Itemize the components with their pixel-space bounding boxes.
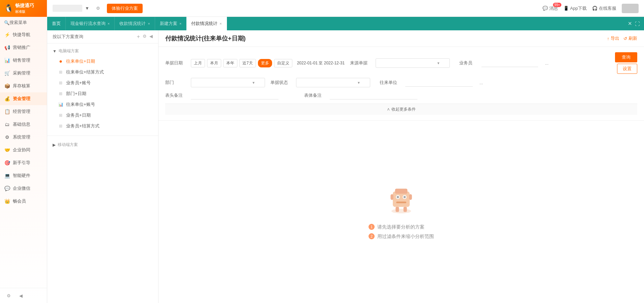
- scheme-settings-btn[interactable]: ⚙: [143, 34, 147, 40]
- page-title-bar: 付款情况统计(往来单位+日期) ↑ 导出 ↺ 刷新: [158, 30, 644, 47]
- tab-payment-stats[interactable]: 付款情况统计 ×: [186, 17, 227, 30]
- sidebar-bottom: ⚙ ◀: [0, 288, 47, 303]
- header-note-input[interactable]: [191, 91, 279, 99]
- sidebar-item-hardware[interactable]: 💻 智能硬件: [0, 169, 47, 182]
- doc-status-select[interactable]: ▼: [296, 78, 370, 87]
- scheme-item-dept-date[interactable]: ⊞ 部门+日期: [47, 88, 158, 99]
- more-btn[interactable]: 更多: [258, 59, 272, 67]
- dropdown-arrow[interactable]: ▼: [85, 6, 89, 11]
- scheme-chart-icon: 📊: [58, 102, 63, 107]
- tab-receipt-stats[interactable]: 收款情况统计 ×: [115, 17, 155, 30]
- user-avatar[interactable]: [622, 4, 639, 13]
- sidebar-item-label: 经营管理: [13, 109, 30, 115]
- settings-bottom-btn[interactable]: ⚙: [4, 291, 13, 300]
- trial-btn[interactable]: 体验行业方案: [107, 4, 143, 13]
- sidebar-item-member[interactable]: 👑 畅会员: [0, 195, 47, 208]
- partner-input[interactable]: [405, 79, 473, 87]
- scheme-item-label: 往来单位+账号: [66, 101, 95, 108]
- scheme-panel: 按以下方案查询 + ⚙ ◀ ▼ 电脑端方案 ● 往来单位+日期 ⊞: [47, 30, 158, 303]
- tab-bank-flow-close[interactable]: ×: [108, 22, 110, 26]
- mobile-scheme-toggle[interactable]: ▶ 移动端方案: [47, 140, 158, 150]
- refresh-btn[interactable]: ↺ 刷新: [623, 35, 637, 41]
- sidebar-item-label: 新手引导: [13, 160, 30, 166]
- app-download-btn[interactable]: 📱 App下载: [563, 5, 587, 11]
- scheme-item-partner-account[interactable]: 📊 往来单位+账号: [47, 99, 158, 110]
- scheme-table-icon: ⊞: [58, 80, 63, 86]
- sidebar-search[interactable]: 🔍 搜索菜单: [0, 17, 47, 28]
- filter-row-1: 单据日期 上月 本月 本年 近7天 更多 自定义 2022-01-01 至 20…: [165, 52, 637, 74]
- topnav-settings-btn[interactable]: ⚙: [93, 4, 103, 13]
- sidebar-item-label: 企业协同: [13, 147, 30, 153]
- this-year-btn[interactable]: 本年: [223, 59, 237, 67]
- sidebar-item-operation[interactable]: 📋 经营管理: [0, 105, 47, 118]
- sidebar-item-guide[interactable]: 🎯 新手引导: [0, 156, 47, 169]
- scheme-item-staff-date[interactable]: ⊞ 业务员+日期: [47, 110, 158, 121]
- scheme-collapse-btn[interactable]: ◀: [149, 34, 153, 40]
- sidebar-item-basic-info[interactable]: 🗂 基础信息: [0, 118, 47, 131]
- scheme-panel-header: 按以下方案查询 + ⚙ ◀: [47, 30, 158, 43]
- scheme-item-staff-settle[interactable]: ⊞ 业务员+结算方式: [47, 121, 158, 131]
- basic-info-icon: 🗂: [4, 121, 10, 127]
- staff-dots[interactable]: ...: [545, 61, 549, 66]
- svg-point-6: [404, 196, 406, 198]
- tip-text-1: 请先选择要分析的方案: [377, 222, 425, 232]
- filter-settings-btn[interactable]: 设置: [617, 64, 637, 74]
- sidebar-item-label: 快捷导航: [13, 32, 30, 38]
- sidebar-item-label: 畅会员: [13, 198, 26, 204]
- sidebar-item-wechat[interactable]: 💬 企业微信: [0, 182, 47, 195]
- tab-new-scheme-close[interactable]: ×: [179, 22, 181, 26]
- source-value: [379, 60, 383, 66]
- partner-dots[interactable]: ...: [479, 80, 483, 85]
- pc-scheme-toggle[interactable]: ▼ 电脑端方案: [47, 46, 158, 56]
- tab-home[interactable]: 首页: [47, 17, 66, 30]
- sidebar-item-enterprise[interactable]: 🤝 企业协同: [0, 144, 47, 156]
- export-btn[interactable]: ↑ 导出: [607, 35, 620, 41]
- svg-point-5: [397, 196, 399, 198]
- sidebar-item-marketing[interactable]: 📢 营销推广: [0, 41, 47, 54]
- tab-new-scheme[interactable]: 新建方案 ×: [155, 17, 186, 30]
- tab-expand-btn[interactable]: ⛶: [635, 21, 640, 27]
- sidebar-item-purchase[interactable]: 🛒 采购管理: [0, 67, 47, 80]
- svg-point-0: [391, 209, 411, 213]
- sidebar-item-quick-nav[interactable]: ⚡ 快捷导航: [0, 28, 47, 41]
- tabbar: 首页 现金银行流水查询 × 收款情况统计 × 新建方案 × 付款情况统计 × ✕…: [47, 17, 644, 30]
- sidebar-item-inventory[interactable]: 📦 库存核算: [0, 80, 47, 92]
- scheme-item-staff-account[interactable]: ⊞ 业务员+账号: [47, 78, 158, 88]
- scheme-panel-icons: + ⚙ ◀: [137, 34, 153, 40]
- quick-nav-icon: ⚡: [4, 32, 10, 38]
- scheme-add-btn[interactable]: +: [137, 34, 140, 40]
- sidebar-item-system[interactable]: ⚙ 系统管理: [0, 131, 47, 144]
- last-7days-btn[interactable]: 近7天: [239, 59, 256, 67]
- online-service-btn[interactable]: 🎧 在线客服: [592, 5, 616, 11]
- empty-illustration: [384, 183, 418, 217]
- scheme-item-partner-settle[interactable]: ⊞ 往来单位+结算方式: [47, 67, 158, 78]
- marketing-icon: 📢: [4, 44, 10, 51]
- source-select[interactable]: ▼: [376, 58, 450, 68]
- date-label: 单据日期: [165, 60, 185, 66]
- sidebar-item-label: 采购管理: [13, 70, 30, 76]
- empty-tip-1: 1 请先选择要分析的方案: [369, 222, 434, 232]
- empty-state: 1 请先选择要分析的方案 2 用过滤条件来缩小分析范围: [158, 121, 644, 303]
- doc-status-label: 单据状态: [270, 80, 291, 86]
- tab-bank-flow[interactable]: 现金银行流水查询 ×: [66, 17, 115, 30]
- last-month-btn[interactable]: 上月: [191, 59, 205, 67]
- sidebar-item-sales[interactable]: 📊 销售管理: [0, 54, 47, 67]
- notification-btn[interactable]: 💬 消息 99+: [543, 5, 558, 11]
- tab-payment-stats-close[interactable]: ×: [219, 22, 222, 26]
- this-month-btn[interactable]: 本月: [207, 59, 221, 67]
- sidebar-item-funds[interactable]: 💰 资金管理: [0, 92, 47, 105]
- collapse-more-btn[interactable]: ∧ 收起更多条件: [165, 103, 637, 115]
- staff-input[interactable]: [481, 59, 538, 67]
- enterprise-icon: 🤝: [4, 147, 10, 153]
- filter-actions: 查询 设置: [615, 52, 637, 74]
- scheme-item-partner-date[interactable]: ● 往来单位+日期: [47, 56, 158, 67]
- custom-btn[interactable]: 自定义: [274, 59, 292, 67]
- collapse-sidebar-btn[interactable]: ◀: [16, 291, 26, 300]
- dept-select[interactable]: ▼: [191, 78, 265, 87]
- query-btn[interactable]: 查询: [615, 52, 637, 62]
- tab-receipt-stats-close[interactable]: ×: [148, 22, 150, 26]
- tab-close-all-btn[interactable]: ✕: [628, 21, 632, 27]
- body-note-input[interactable]: [330, 91, 417, 99]
- topnav-left: ▼: [53, 5, 89, 12]
- section-divider: [47, 135, 158, 136]
